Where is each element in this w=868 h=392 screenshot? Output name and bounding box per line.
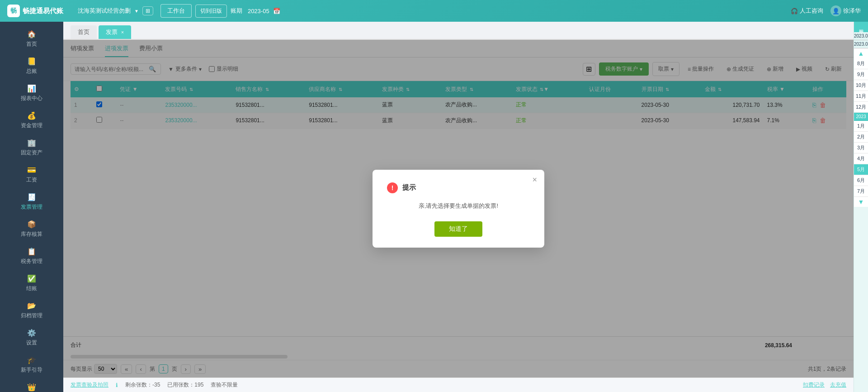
sidebar-item-label: 新手引导 (21, 366, 42, 374)
sidebar-item-label: 总账 (26, 67, 37, 75)
used-label: 已用张数：195 (167, 381, 203, 389)
sidebar-item-label: 工资 (26, 176, 37, 184)
sidebar-item-settle[interactable]: ✅ 结账 (0, 270, 63, 297)
panel-down-arrow[interactable]: ▼ (854, 197, 868, 207)
logout-link[interactable]: 去充值 (830, 381, 846, 389)
sidebar-item-label: 设置 (26, 339, 37, 347)
warning-icon: ! (387, 182, 398, 193)
company-name: 沈海英测试经营勿删 (78, 7, 131, 15)
sidebar-item-reports[interactable]: 📊 报表中心 (0, 80, 63, 107)
main-layout: 🏠 首页 📒 总账 📊 报表中心 💰 资金管理 🏢 固定资产 💳 工资 🧾 发票… (0, 22, 868, 392)
alert-dialog: × ! 提示 亲,请先选择要生成单据的发票! 知道了 (373, 170, 544, 248)
sidebar-item-funds[interactable]: 💰 资金管理 (0, 107, 63, 134)
sidebar-item-label: 首页 (26, 40, 37, 48)
sidebar-item-member[interactable]: 👑 畅会员 (0, 378, 63, 392)
sidebar-item-label: 发票管理 (21, 203, 42, 211)
reports-icon: 📊 (27, 84, 36, 93)
info-icon: ℹ (116, 382, 118, 388)
sidebar-item-salary[interactable]: 💳 工资 (0, 161, 63, 188)
inventory-icon: 📦 (27, 220, 36, 229)
service-button[interactable]: 🎧 人工咨询 (791, 7, 823, 15)
remaining-label: 剩余张数：-35 (125, 381, 160, 389)
switch-old-button[interactable]: 切到旧版 (195, 5, 227, 18)
check-label: 查验不限量 (211, 381, 238, 389)
dialog-close-button[interactable]: × (532, 175, 537, 185)
period-value: 2023-05 (248, 8, 269, 14)
period-month-7[interactable]: 7月 (854, 186, 868, 197)
tax-icon: 📋 (27, 247, 36, 256)
sidebar: 🏠 首页 📒 总账 📊 报表中心 💰 资金管理 🏢 固定资产 💳 工资 🧾 发票… (0, 22, 63, 392)
period-title: 期间选择 (858, 25, 864, 29)
sidebar-item-invoice[interactable]: 🧾 发票管理 (0, 188, 63, 215)
sidebar-item-home[interactable]: 🏠 首页 (0, 25, 63, 53)
sidebar-item-label: 资金管理 (21, 122, 42, 129)
ledger-icon: 📒 (27, 57, 36, 66)
archive-icon: 📂 (27, 301, 36, 310)
worktable-button[interactable]: 工作台 (160, 4, 192, 18)
home-icon: 🏠 (27, 30, 36, 38)
company-action-icon[interactable]: ⊞ (142, 6, 153, 15)
tab-home[interactable]: 首页 (71, 25, 97, 39)
sidebar-item-label: 归档管理 (21, 312, 42, 320)
period-selector-header: 期间选择 (854, 22, 868, 32)
topbar-actions: 工作台 切到旧版 账期 2023-05 📅 (160, 4, 280, 18)
user-info[interactable]: 👤 徐泽华 (830, 5, 861, 16)
login-record-link[interactable]: 扣费记录 (803, 381, 825, 389)
sidebar-item-label: 报表中心 (21, 95, 42, 102)
sidebar-item-label: 固定资产 (21, 149, 42, 157)
period-month-11[interactable]: 11月 (854, 91, 868, 102)
sidebar-item-label: 库存核算 (21, 230, 42, 238)
sidebar-item-inventory[interactable]: 📦 库存核算 (0, 215, 63, 243)
calendar-icon[interactable]: 📅 (273, 8, 280, 14)
topbar-right: 🎧 人工咨询 👤 徐泽华 (791, 5, 861, 16)
sidebar-item-tax[interactable]: 📋 税务管理 (0, 243, 63, 270)
chevron-down-icon[interactable]: ▼ (134, 9, 139, 14)
content-area: 首页 发票 × 销项发票 进项发票 费用小票 🔍 ▼ (63, 22, 854, 392)
topbar: 畅 畅捷通易代账 沈海英测试经营勿删 ▼ ⊞ 工作台 切到旧版 账期 2023-… (0, 0, 868, 22)
period-month-12[interactable]: 12月 (854, 102, 868, 113)
status-bar-right: 扣费记录 去充值 (803, 381, 846, 389)
funds-icon: 💰 (27, 111, 36, 120)
member-icon: 👑 (27, 383, 36, 392)
period-month-2[interactable]: 2月 (854, 132, 868, 143)
settings-icon: ⚙️ (27, 329, 36, 337)
dialog-header: ! 提示 (387, 182, 530, 193)
sidebar-item-archive[interactable]: 📂 归档管理 (0, 297, 63, 324)
company-selector[interactable]: 沈海英测试经营勿删 ▼ ⊞ (78, 6, 153, 15)
period-month-3[interactable]: 3月 (854, 143, 868, 153)
logo-icon: 畅 (7, 5, 20, 17)
period-year-2[interactable]: 2023.05 (854, 40, 868, 48)
dialog-title: 提示 (402, 183, 416, 192)
assets-icon: 🏢 (27, 139, 36, 147)
app-logo: 畅 畅捷通易代账 (7, 5, 71, 17)
dialog-confirm-button[interactable]: 知道了 (434, 221, 482, 237)
sidebar-item-ledger[interactable]: 📒 总账 (0, 53, 63, 80)
invoice-icon: 🧾 (27, 193, 36, 201)
tab-invoice[interactable]: 发票 × (99, 25, 131, 39)
settle-icon: ✅ (27, 274, 36, 283)
period-month-8[interactable]: 8月 (854, 58, 868, 69)
user-name: 徐泽华 (843, 7, 861, 15)
sidebar-item-guide[interactable]: 🎓 新手引导 (0, 351, 63, 378)
sidebar-item-assets[interactable]: 🏢 固定资产 (0, 134, 63, 161)
period-year-current[interactable]: 2023 (854, 113, 868, 121)
app-name: 畅捷通易代账 (23, 7, 63, 15)
sidebar-item-settings[interactable]: ⚙️ 设置 (0, 324, 63, 351)
period-month-9[interactable]: 9月 (854, 69, 868, 80)
period-month-5[interactable]: 5月 (854, 164, 868, 175)
page-content: 销项发票 进项发票 费用小票 🔍 ▼ 更多条件 ▾ 显示明细 (63, 40, 854, 378)
panel-up-arrow[interactable]: ▲ (854, 48, 868, 58)
period-label: 账期 (231, 7, 242, 15)
period-month-6[interactable]: 6月 (854, 175, 868, 186)
guide-icon: 🎓 (27, 356, 36, 364)
sidebar-item-label: 结账 (26, 285, 37, 292)
period-year-1[interactable]: 2023.05 (854, 32, 868, 40)
dialog-body: 亲,请先选择要生成单据的发票! (387, 201, 530, 211)
tab-close-icon[interactable]: × (121, 29, 124, 35)
headset-icon: 🎧 (791, 8, 798, 14)
invoice-check-link[interactable]: 发票查验及拍照 (71, 381, 108, 389)
period-month-10[interactable]: 10月 (854, 80, 868, 91)
dialog-overlay: × ! 提示 亲,请先选择要生成单据的发票! 知道了 (63, 40, 854, 378)
period-month-1[interactable]: 1月 (854, 121, 868, 132)
period-month-4[interactable]: 4月 (854, 153, 868, 164)
